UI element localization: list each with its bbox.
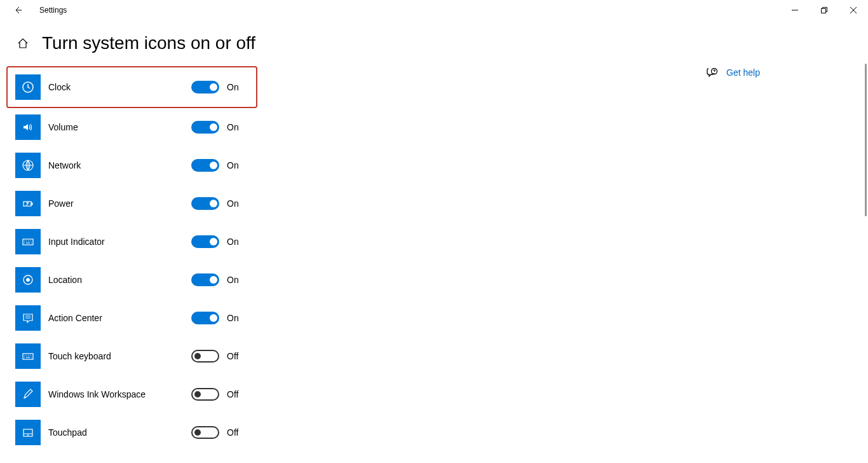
row-label: Windows Ink Workspace (48, 389, 191, 399)
toggle-state: Off (227, 427, 238, 438)
toggle-state: On (227, 82, 239, 92)
power-icon-tile (15, 191, 41, 216)
row-label: Network (48, 160, 191, 170)
row-input-indicator: Input Indicator On (15, 223, 257, 261)
toggle-touchpad[interactable] (191, 426, 219, 439)
row-label: Location (48, 275, 191, 285)
row-windows-ink: Windows Ink Workspace Off (15, 375, 257, 413)
row-network: Network On (15, 146, 257, 184)
row-label: Touch keyboard (48, 351, 191, 361)
help-link-text: Get help (726, 67, 760, 78)
toggle-state: On (227, 275, 239, 285)
touchpad-icon (22, 426, 34, 439)
toggle-input-indicator[interactable] (191, 235, 219, 248)
row-location: Location On (15, 261, 257, 299)
notification-icon (22, 312, 34, 324)
row-label: Power (48, 198, 191, 209)
input-indicator-icon-tile (15, 229, 41, 254)
close-button[interactable] (839, 0, 868, 20)
toggle-touch-keyboard[interactable] (191, 350, 219, 363)
chat-help-icon (707, 67, 718, 78)
row-label: Volume (48, 122, 191, 132)
touch-keyboard-icon-tile (15, 343, 41, 369)
svg-rect-5 (23, 239, 33, 245)
row-power: Power On (15, 184, 257, 223)
windows-ink-icon-tile (15, 382, 41, 407)
main-content: Clock On Volume On Network On (15, 66, 257, 452)
row-touchpad: Touchpad Off (15, 413, 257, 452)
toggle-volume[interactable] (191, 121, 219, 134)
battery-icon (22, 197, 34, 210)
toggle-state: On (227, 237, 239, 247)
clock-icon-tile (15, 74, 41, 100)
toggle-windows-ink[interactable] (191, 388, 219, 401)
touchpad-icon-tile (15, 420, 41, 445)
home-button[interactable] (15, 36, 31, 51)
network-icon-tile (15, 153, 41, 178)
page-title: Turn system icons on or off (42, 33, 255, 53)
row-clock: Clock On (6, 66, 257, 108)
window-controls (780, 0, 868, 20)
row-label: Touchpad (48, 427, 191, 438)
toggle-state: On (227, 313, 239, 323)
toggle-state: Off (227, 351, 238, 361)
row-label: Action Center (48, 313, 191, 323)
toggle-state: On (227, 122, 239, 132)
close-icon (850, 7, 857, 13)
page-header: Turn system icons on or off (0, 20, 868, 66)
volume-icon-tile (15, 114, 41, 140)
app-title: Settings (39, 6, 67, 15)
keyboard-icon (22, 350, 34, 363)
svg-point-7 (27, 279, 30, 282)
home-icon (17, 38, 29, 49)
help-link[interactable]: Get help (706, 66, 760, 79)
row-volume: Volume On (15, 108, 257, 146)
toggle-clock[interactable] (191, 81, 219, 93)
back-button[interactable] (8, 0, 28, 20)
scrollbar-thumb[interactable] (865, 64, 867, 216)
row-label: Input Indicator (48, 237, 191, 247)
maximize-icon (821, 7, 827, 13)
toggle-location[interactable] (191, 273, 219, 286)
pen-icon (22, 388, 34, 401)
toggle-state: On (227, 198, 239, 209)
location-icon-tile (15, 267, 41, 293)
keyboard-icon (22, 235, 34, 248)
help-icon-wrap (706, 66, 719, 79)
action-center-icon-tile (15, 305, 41, 331)
svg-rect-4 (31, 203, 32, 205)
globe-icon (22, 159, 34, 172)
toggle-network[interactable] (191, 159, 219, 172)
toggle-state: On (227, 160, 239, 170)
toggle-action-center[interactable] (191, 312, 219, 324)
arrow-left-icon (13, 5, 23, 15)
location-target-icon (22, 273, 34, 286)
minimize-icon (792, 7, 798, 13)
volume-icon (22, 121, 34, 134)
svg-rect-0 (822, 9, 826, 13)
row-touch-keyboard: Touch keyboard Off (15, 337, 257, 375)
svg-rect-8 (23, 354, 33, 359)
maximize-button[interactable] (810, 0, 839, 20)
row-action-center: Action Center On (15, 299, 257, 337)
toggle-power[interactable] (191, 197, 219, 210)
clock-icon (22, 81, 34, 93)
minimize-button[interactable] (780, 0, 810, 20)
side-panel: Get help (706, 66, 855, 452)
titlebar: Settings (0, 0, 868, 20)
toggle-state: Off (227, 389, 238, 399)
row-label: Clock (48, 82, 191, 92)
